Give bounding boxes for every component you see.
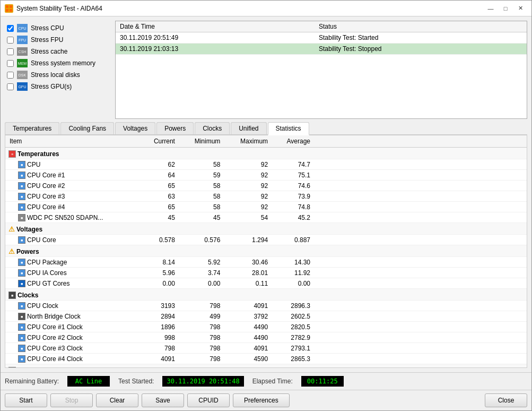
row-item: ■ CPU GT Cores	[5, 278, 140, 289]
stress-cpu-checkbox[interactable]	[7, 25, 14, 32]
row-minimum: 3.74	[179, 268, 224, 278]
row-average: 0.00	[272, 278, 315, 289]
svg-rect-0	[6, 5, 8, 8]
row-item: ■ CPU Clock	[5, 301, 140, 311]
stats-data-row: ■ CPU Core #2 65 58 92 74.6	[5, 181, 527, 191]
row-item: ■ CPU IA Cores	[5, 268, 140, 278]
col-current: Current	[140, 135, 179, 148]
minimize-button[interactable]: —	[484, 3, 498, 14]
stats-data-row: ■ CPU Core #4 65 58 92 74.8	[5, 202, 527, 212]
stress-fpu-option[interactable]: FPU Stress FPU	[5, 35, 111, 45]
stress-gpu-checkbox[interactable]	[7, 83, 14, 90]
row-average: 2602.5	[272, 311, 315, 322]
row-maximum: 4490	[224, 332, 272, 343]
log-col-status: Status	[315, 21, 527, 32]
test-started-label: Test Started:	[118, 378, 154, 385]
tab-cooling-fans[interactable]: Cooling Fans	[60, 122, 114, 134]
elapsed-label: Elapsed Time:	[252, 378, 293, 385]
stress-fpu-icon: FPU	[17, 36, 28, 44]
log-status: Stability Test: Started	[315, 32, 527, 44]
row-item: ■ CPU Core #3	[5, 191, 140, 202]
stress-mem-checkbox[interactable]	[7, 60, 14, 67]
row-item: ■ North Bridge Clock	[5, 311, 140, 322]
row-current: 8.14	[140, 257, 179, 268]
row-maximum: 30.46	[224, 257, 272, 268]
preferences-button[interactable]: Preferences	[233, 393, 290, 407]
stress-cpu-option[interactable]: CPU Stress CPU	[5, 23, 111, 33]
stats-data-row: ■ North Bridge Clock 2894 499 3792 2602.…	[5, 311, 527, 322]
stats-table-wrapper[interactable]: Item Current Minimum Maximum Average ≡ T…	[5, 135, 527, 367]
stats-data-row: ■ CPU Package 8.14 5.92 30.46 14.30	[5, 257, 527, 268]
stress-disk-option[interactable]: DSK Stress local disks	[5, 70, 111, 80]
row-maximum: 1.294	[224, 235, 272, 245]
tab-content-statistics: Item Current Minimum Maximum Average ≡ T…	[5, 135, 527, 368]
stats-data-row: ■ CPU IA Cores 5.96 3.74 28.01 11.92	[5, 268, 527, 278]
tab-bar: Temperatures Cooling Fans Voltages Power…	[5, 122, 527, 135]
stats-data-row: ■ CPU Core #3 Clock 798 798 4091 2793.1	[5, 343, 527, 354]
row-extra	[315, 159, 527, 170]
row-item: ■ WDC PC SN520 SDAPN...	[5, 212, 140, 223]
row-maximum: 28.01	[224, 268, 272, 278]
stats-data-row: ■ CPU Core #2 Clock 998 798 4490 2782.9	[5, 332, 527, 343]
row-extra	[315, 311, 527, 322]
stress-disk-label: Stress local disks	[31, 71, 80, 79]
stats-data-row: ■ CPU GT Cores 0.00 0.00 0.11 0.00	[5, 278, 527, 289]
status-bar: Remaining Battery: AC Line Test Started:…	[1, 372, 531, 390]
stress-mem-option[interactable]: MEM Stress system memory	[5, 58, 111, 68]
tab-clocks[interactable]: Clocks	[195, 122, 230, 134]
row-minimum: 58	[179, 181, 224, 191]
row-minimum: 59	[179, 170, 224, 181]
row-minimum: 798	[179, 332, 224, 343]
stats-table: Item Current Minimum Maximum Average ≡ T…	[5, 135, 527, 367]
row-extra	[315, 301, 527, 311]
log-table: Date & Time Status 30.11.2019 20:51:49St…	[116, 21, 527, 55]
tab-unified[interactable]: Unified	[231, 122, 266, 134]
row-item: ■ CPU Core #1	[5, 170, 140, 181]
stress-gpu-option[interactable]: GPU Stress GPU(s)	[5, 81, 111, 92]
start-button[interactable]: Start	[5, 393, 47, 407]
row-average: 73.9	[272, 191, 315, 202]
tab-temperatures[interactable]: Temperatures	[5, 122, 59, 134]
close-button[interactable]: Close	[485, 393, 527, 407]
tab-statistics[interactable]: Statistics	[268, 122, 309, 135]
col-average: Average	[272, 135, 315, 148]
main-window: System Stability Test - AIDA64 — □ ✕ CPU…	[0, 0, 532, 411]
row-average: 14.30	[272, 257, 315, 268]
tab-powers[interactable]: Powers	[156, 122, 194, 134]
save-button[interactable]: Save	[142, 393, 184, 407]
stats-data-row: ■ CPU Core 0.578 0.576 1.294 0.887	[5, 235, 527, 245]
row-item: ■ CPU Core #4 Clock	[5, 354, 140, 364]
row-current: 62	[140, 159, 179, 170]
maximize-button[interactable]: □	[499, 3, 512, 14]
col-maximum: Maximum	[224, 135, 272, 148]
stop-button[interactable]: Stop	[50, 393, 93, 407]
row-maximum: 4091	[224, 343, 272, 354]
svg-rect-2	[6, 9, 8, 12]
row-average: 2782.9	[272, 332, 315, 343]
row-extra	[315, 354, 527, 364]
window-close-button[interactable]: ✕	[513, 3, 527, 14]
row-current: 998	[140, 332, 179, 343]
log-datetime: 30.11.2019 21:03:13	[116, 44, 315, 55]
stress-cache-option[interactable]: CSH Stress cache	[5, 46, 111, 57]
stress-fpu-checkbox[interactable]	[7, 37, 14, 44]
row-item: ■ CPU Core #2	[5, 181, 140, 191]
row-extra	[315, 257, 527, 268]
row-extra	[315, 181, 527, 191]
battery-label: Remaining Battery:	[5, 378, 59, 385]
clear-button[interactable]: Clear	[96, 393, 138, 407]
row-extra	[315, 332, 527, 343]
row-minimum: 499	[179, 311, 224, 322]
row-minimum: 5.92	[179, 257, 224, 268]
cpuid-button[interactable]: CPUID	[187, 393, 230, 407]
row-extra	[315, 343, 527, 354]
section-name: CPU	[18, 367, 31, 367]
stress-cache-checkbox[interactable]	[7, 48, 14, 55]
stress-disk-checkbox[interactable]	[7, 72, 14, 79]
row-maximum: 92	[224, 181, 272, 191]
row-average: 2865.3	[272, 354, 315, 364]
row-minimum: 58	[179, 159, 224, 170]
tab-voltages[interactable]: Voltages	[115, 122, 155, 134]
stats-data-row: ■ CPU Core #3 63 58 92 73.9	[5, 191, 527, 202]
section-name: Temperatures	[18, 150, 59, 158]
